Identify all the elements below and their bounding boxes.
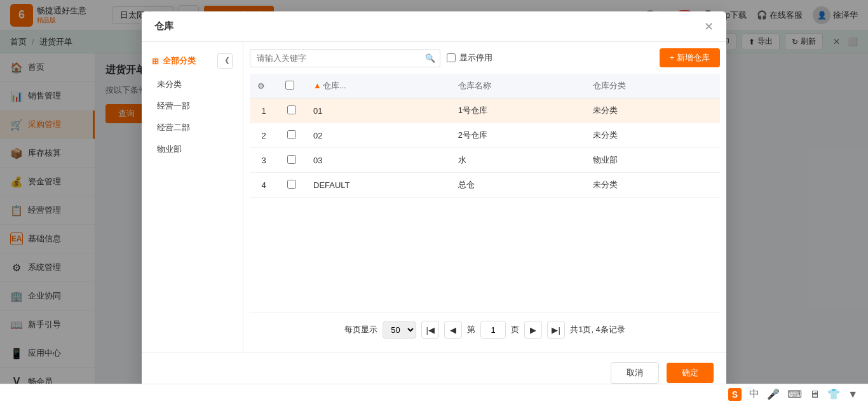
row-checkbox[interactable] — [287, 155, 296, 164]
page-suffix: 页 — [511, 324, 519, 335]
col-settings: ⚙ — [250, 74, 278, 98]
row-category: 未分类 — [585, 173, 720, 198]
s-logo: S — [728, 388, 742, 401]
row-checkbox[interactable] — [287, 130, 296, 139]
modal-body: ⊞ 全部分类 《 未分类 经营一部 经营二部 物业部 🔍 — [142, 42, 726, 353]
per-page-select[interactable]: 50 — [383, 321, 416, 339]
search-bar: 🔍 显示停用 + 新增仓库 — [250, 48, 720, 67]
row-category: 未分类 — [585, 98, 720, 123]
category-all[interactable]: ⊞ 全部分类 《 — [142, 48, 243, 74]
table-header: ⚙ ▲仓库... 仓库名称 仓库分类 — [250, 74, 720, 98]
select-all-checkbox[interactable] — [285, 81, 294, 90]
per-page-label: 每页显示 — [344, 324, 377, 335]
row-index: 4 — [250, 173, 278, 198]
row-category: 物业部 — [585, 148, 720, 173]
pagination: 每页显示 50 |◀ ◀ 第 页 ▶ ▶| 共1页, 4条记录 — [250, 313, 720, 346]
modal-header: 仓库 ✕ — [142, 11, 726, 42]
table-body: 1 01 1号仓库 未分类 2 — [250, 98, 720, 198]
modal-close-button[interactable]: ✕ — [704, 21, 714, 32]
search-input[interactable] — [250, 49, 440, 67]
table-row[interactable]: 2 02 2号仓库 未分类 — [250, 123, 720, 148]
modal-overlay: 仓库 ✕ ⊞ 全部分类 《 未分类 经营一部 经营二部 物业部 — [0, 0, 868, 404]
table-panel: 🔍 显示停用 + 新增仓库 ⚙ — [243, 42, 726, 353]
row-checkbox[interactable] — [287, 180, 296, 189]
row-category: 未分类 — [585, 123, 720, 148]
cancel-button[interactable]: 取消 — [611, 362, 659, 384]
confirm-button[interactable]: 确定 — [667, 363, 714, 383]
row-index: 1 — [250, 98, 278, 123]
cat-item-dept1[interactable]: 经营一部 — [142, 95, 243, 117]
gear-icon: ⚙ — [257, 81, 265, 91]
table-row[interactable]: 4 DEFAULT 总仓 未分类 — [250, 173, 720, 198]
search-icon[interactable]: 🔍 — [425, 53, 435, 63]
mic-icon[interactable]: 🎤 — [767, 388, 780, 400]
show-disabled-label: 显示停用 — [447, 52, 492, 64]
monitor-icon[interactable]: 🖥 — [810, 389, 820, 400]
row-code: 02 — [306, 123, 451, 148]
row-name: 2号仓库 — [451, 123, 585, 148]
row-index: 2 — [250, 123, 278, 148]
cat-item-unclassified[interactable]: 未分类 — [142, 74, 243, 95]
collapse-button[interactable]: 《 — [217, 53, 233, 69]
row-checkbox[interactable] — [287, 105, 296, 114]
row-checkbox-cell — [278, 123, 306, 148]
warehouse-modal: 仓库 ✕ ⊞ 全部分类 《 未分类 经营一部 经营二部 物业部 — [142, 11, 726, 393]
row-name: 1号仓库 — [451, 98, 585, 123]
row-checkbox-cell — [278, 98, 306, 123]
keyboard-icon[interactable]: ⌨ — [787, 388, 802, 400]
row-code: DEFAULT — [306, 173, 451, 198]
category-panel: ⊞ 全部分类 《 未分类 经营一部 经营二部 物业部 — [142, 42, 243, 353]
warehouse-table: ⚙ ▲仓库... 仓库名称 仓库分类 — [250, 74, 720, 198]
show-disabled-checkbox[interactable] — [447, 53, 456, 62]
first-page-button[interactable]: |◀ — [421, 321, 439, 339]
modal-title: 仓库 — [154, 20, 173, 32]
category-all-label: 全部分类 — [163, 55, 196, 67]
row-checkbox-cell — [278, 148, 306, 173]
cat-item-property[interactable]: 物业部 — [142, 138, 243, 160]
col-code: ▲仓库... — [306, 74, 451, 98]
row-name: 总仓 — [451, 173, 585, 198]
shirt-icon[interactable]: 👕 — [827, 388, 840, 400]
prev-page-button[interactable]: ◀ — [444, 321, 462, 339]
total-records: 共1页, 4条记录 — [570, 324, 625, 335]
row-index: 3 — [250, 148, 278, 173]
col-checkbox — [278, 74, 306, 98]
page-number-input[interactable] — [480, 321, 506, 339]
table-row[interactable]: 3 03 水 物业部 — [250, 148, 720, 173]
row-name: 水 — [451, 148, 585, 173]
row-checkbox-cell — [278, 173, 306, 198]
col-name: 仓库名称 — [451, 74, 585, 98]
table-row[interactable]: 1 01 1号仓库 未分类 — [250, 98, 720, 123]
col-category: 仓库分类 — [585, 74, 720, 98]
cat-item-dept2[interactable]: 经营二部 — [142, 117, 243, 138]
dropdown-icon[interactable]: ▼ — [848, 389, 858, 400]
add-warehouse-button[interactable]: + 新增仓库 — [660, 48, 720, 67]
last-page-button[interactable]: ▶| — [547, 321, 565, 339]
row-code: 01 — [306, 98, 451, 123]
page-label: 第 — [467, 324, 475, 335]
grid-icon: ⊞ — [152, 57, 159, 66]
search-input-wrap: 🔍 — [250, 49, 440, 67]
next-page-button[interactable]: ▶ — [524, 321, 542, 339]
zh-label[interactable]: 中 — [749, 387, 759, 401]
bottom-bar: S 中 🎤 ⌨ 🖥 👕 ▼ — [0, 384, 868, 404]
row-code: 03 — [306, 148, 451, 173]
